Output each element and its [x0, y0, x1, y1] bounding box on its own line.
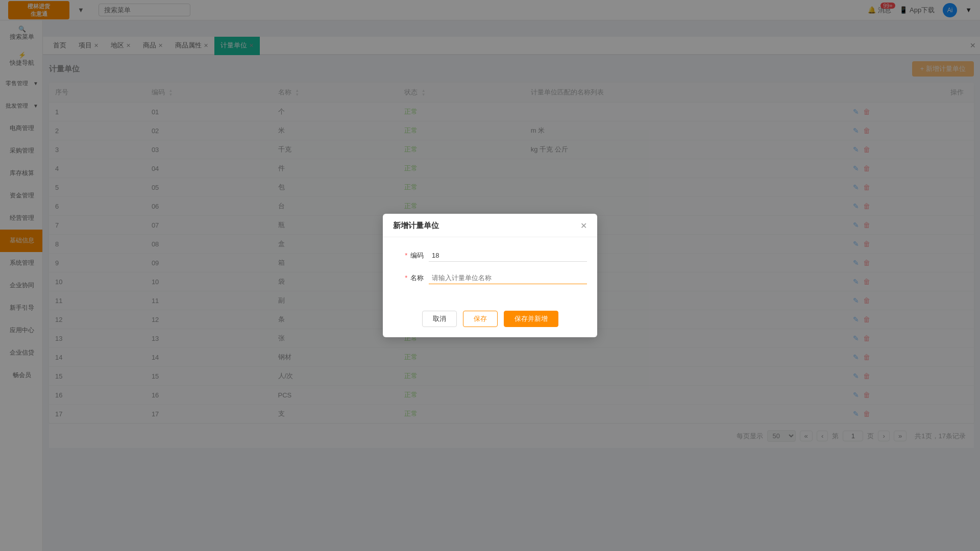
- save-new-button[interactable]: 保存并新增: [504, 311, 558, 327]
- name-input[interactable]: [429, 272, 587, 284]
- modal-footer: 取消 保存 保存并新增: [383, 305, 597, 337]
- name-label: * 名称: [393, 273, 424, 283]
- modal-close-button[interactable]: ✕: [580, 221, 587, 231]
- modal-overlay: 新增计量单位 ✕ * 编码 * 名称 取消 保存 保存并新增: [0, 0, 980, 551]
- modal-header: 新增计量单位 ✕: [383, 214, 597, 237]
- code-label: * 编码: [393, 251, 424, 260]
- required-star-name: *: [405, 274, 407, 282]
- save-button[interactable]: 保存: [463, 311, 498, 327]
- name-form-row: * 名称: [393, 272, 587, 284]
- add-unit-modal: 新增计量单位 ✕ * 编码 * 名称 取消 保存 保存并新增: [383, 214, 597, 337]
- code-form-row: * 编码: [393, 249, 587, 262]
- required-star-code: *: [405, 252, 407, 259]
- modal-body: * 编码 * 名称: [383, 237, 597, 305]
- cancel-button[interactable]: 取消: [422, 311, 457, 327]
- code-input[interactable]: [429, 249, 587, 262]
- modal-title: 新增计量单位: [393, 221, 439, 231]
